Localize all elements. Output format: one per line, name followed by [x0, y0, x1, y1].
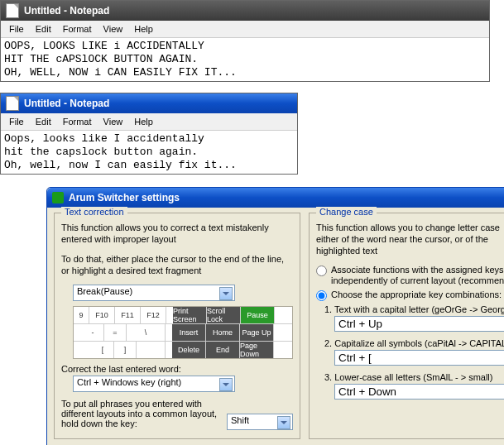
notepad-icon: [6, 3, 19, 18]
opt1-input[interactable]: [334, 316, 504, 332]
group-legend: Change case: [316, 207, 377, 217]
key[interactable]: End: [206, 342, 240, 358]
key[interactable]: =: [104, 324, 127, 341]
correct-last-label: Correct the last entered word:: [61, 364, 293, 374]
radio-input[interactable]: [316, 266, 327, 276]
menu-format[interactable]: Format: [58, 22, 97, 36]
menu-edit[interactable]: Edit: [31, 22, 56, 36]
shift-select[interactable]: Shift: [227, 414, 293, 430]
dropdown-value: Shift: [231, 415, 249, 425]
key-pause[interactable]: Pause: [241, 307, 275, 323]
key[interactable]: Scroll Lock: [207, 307, 241, 323]
window-title: Untitled - Notepad: [24, 5, 109, 17]
settings-dialog: Arum Switcher settings ✕ Text correction…: [46, 187, 504, 445]
key[interactable]: [137, 342, 166, 358]
titlebar[interactable]: Arum Switcher settings ✕: [47, 188, 504, 208]
dropdown-value: Break(Pause): [77, 286, 132, 296]
menu-help[interactable]: Help: [129, 22, 158, 36]
titlebar[interactable]: Untitled - Notepad: [1, 93, 297, 113]
notepad-icon: [6, 96, 19, 111]
window-title: Untitled - Notepad: [24, 98, 109, 109]
key[interactable]: Delete: [172, 342, 206, 358]
key[interactable]: Home: [206, 324, 240, 341]
key[interactable]: Page Up: [240, 324, 274, 341]
change-case-group: Change case This function allows you to …: [309, 213, 504, 439]
menubar: File Edit Format View Help: [1, 113, 297, 131]
key[interactable]: F10: [89, 307, 115, 323]
menu-edit[interactable]: Edit: [31, 115, 56, 128]
menu-file[interactable]: File: [4, 22, 29, 36]
titlebar[interactable]: Untitled - Notepad: [1, 1, 489, 21]
text-area[interactable]: OOPS, LOOKS LIKE i ACCIDENTALLY HIT THE …: [1, 38, 489, 81]
text-area[interactable]: Oops, looks like I accidentally hit the …: [1, 131, 297, 174]
key[interactable]: Print Screen: [173, 307, 207, 323]
opt2-input[interactable]: [334, 350, 504, 366]
description: This function allows you to change lette…: [316, 222, 504, 256]
correct-last-select[interactable]: Ctrl + Windows key (right): [73, 376, 235, 392]
text-correction-group: Text correction This function allows you…: [54, 213, 300, 439]
notepad-window-before: Untitled - Notepad File Edit Format View…: [0, 0, 490, 82]
key[interactable]: ]: [114, 342, 137, 358]
dropdown-value: Ctrl + Windows key (right): [77, 377, 181, 387]
notepad-window-after: Untitled - Notepad File Edit Format View…: [0, 93, 298, 175]
app-icon: [52, 192, 64, 203]
radio-assigned-keys[interactable]: Associate functions with the assigned ke…: [316, 265, 504, 286]
key[interactable]: \: [127, 324, 166, 341]
key[interactable]: -: [82, 324, 104, 341]
keyboard-preview: 9 F10 F11 F12 Print Screen Scroll Lock P…: [73, 306, 293, 359]
opt3-label: 3. Lower-case all letters (SmAlL - > sma…: [324, 372, 504, 382]
description: To do that, either place the cursor to t…: [61, 253, 293, 276]
radio-label: Associate functions with the assigned ke…: [331, 265, 504, 286]
radio-label: Choose the appropriate key combinations:: [331, 289, 504, 300]
key[interactable]: F11: [115, 307, 141, 323]
menubar: File Edit Format View Help: [1, 21, 489, 38]
common-layout-label: To put all phrases you entered with diff…: [61, 399, 222, 428]
key[interactable]: Page Down: [240, 342, 274, 358]
opt1-label: 1. Text with a capital letter (geOrGe ->…: [324, 304, 504, 314]
opt3-input[interactable]: [334, 384, 504, 400]
menu-help[interactable]: Help: [129, 115, 158, 128]
group-legend: Text correction: [61, 207, 127, 217]
radio-input[interactable]: [316, 290, 327, 301]
key[interactable]: [: [92, 342, 114, 358]
dialog-title: Arum Switcher settings: [69, 192, 180, 203]
opt2-label: 2. Capitalize all symbols (caPitAl -> CA…: [324, 338, 504, 348]
hotkey-select[interactable]: Break(Pause): [73, 285, 235, 301]
key[interactable]: 9: [74, 307, 89, 323]
menu-view[interactable]: View: [98, 22, 128, 36]
menu-format[interactable]: Format: [58, 115, 97, 128]
description: This function allows you to correct a te…: [61, 222, 293, 245]
key[interactable]: Insert: [172, 324, 206, 341]
menu-file[interactable]: File: [4, 115, 29, 128]
key[interactable]: F12: [141, 307, 166, 323]
radio-choose-combos[interactable]: Choose the appropriate key combinations:: [316, 289, 504, 301]
menu-view[interactable]: View: [98, 115, 128, 128]
